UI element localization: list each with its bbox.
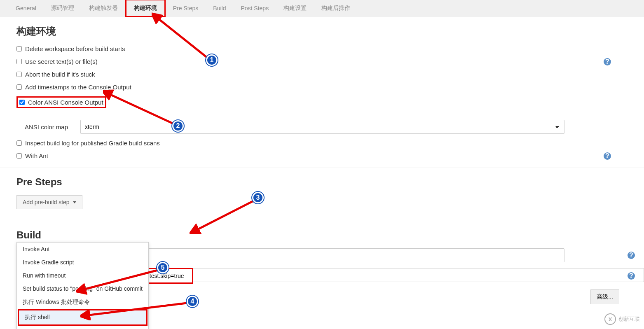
advanced-button[interactable]: 高级... [590, 289, 619, 304]
tab-build-env[interactable]: 构建环境 [125, 0, 166, 17]
menu-run-timeout[interactable]: Run with timeout [17, 269, 148, 282]
input-root-pom[interactable] [80, 248, 564, 262]
help-icon[interactable]: ? [604, 58, 611, 65]
tab-post-build-actions[interactable]: 构建后操作 [314, 0, 358, 16]
tab-build-settings[interactable]: 构建设置 [276, 0, 314, 16]
checkbox-secret-texts[interactable] [16, 59, 22, 64]
annotation-badge-1: 1 [206, 54, 218, 66]
label-secret-texts: Use secret text(s) or file(s) [25, 58, 98, 65]
checkbox-color-ansi[interactable] [19, 100, 25, 105]
config-tabs: General 源码管理 构建触发器 构建环境 Pre Steps Build … [0, 0, 644, 16]
label-abort-stuck: Abort the build if it's stuck [25, 71, 95, 78]
tab-build[interactable]: Build [206, 1, 233, 16]
menu-execute-shell[interactable]: 执行 shell [18, 309, 148, 326]
checkbox-abort-stuck[interactable] [16, 72, 22, 77]
label-with-ant: With Ant [25, 152, 48, 159]
menu-github-pending[interactable]: Set build status to "pending" on GitHub … [17, 282, 148, 295]
checkbox-with-ant[interactable] [16, 153, 22, 159]
option-delete-workspace: Delete workspace before build starts [16, 45, 628, 52]
menu-windows-batch[interactable]: 执行 Windows 批处理命令 [17, 295, 148, 309]
option-color-ansi: Color ANSI Console Output [16, 96, 106, 108]
label-add-timestamps: Add timestamps to the Console Output [25, 84, 131, 91]
menu-invoke-gradle[interactable]: Invoke Gradle script [17, 256, 148, 269]
option-inspect-gradle: Inspect build log for published Gradle b… [16, 140, 628, 147]
checkbox-add-timestamps[interactable] [16, 84, 22, 90]
annotation-badge-2: 2 [172, 120, 184, 132]
help-icon[interactable]: ? [628, 272, 635, 280]
tab-post-steps[interactable]: Post Steps [233, 1, 276, 16]
tab-triggers[interactable]: 构建触发器 [82, 0, 125, 16]
label-delete-workspace: Delete workspace before build starts [25, 45, 125, 52]
menu-invoke-ant[interactable]: Invoke Ant [17, 243, 148, 256]
build-step-dropdown-menu: Invoke Ant Invoke Gradle script Run with… [16, 242, 149, 329]
checkbox-inspect-gradle[interactable] [16, 140, 22, 146]
add-pre-build-step-button[interactable]: Add pre-build step [16, 195, 82, 209]
help-icon[interactable]: ? [604, 152, 611, 160]
help-icon[interactable]: ? [628, 252, 635, 259]
field-ansi-color-map: ANSI color map xterm [16, 120, 628, 134]
select-ansi-color-map[interactable]: xterm [80, 120, 564, 134]
label-ansi-color-map: ANSI color map [16, 124, 80, 131]
tab-general[interactable]: General [8, 1, 44, 16]
section-title-build: Build [16, 229, 628, 241]
label-inspect-gradle: Inspect build log for published Gradle b… [25, 140, 160, 147]
label-color-ansi: Color ANSI Console Output [28, 99, 103, 106]
watermark-icon: X [604, 313, 616, 325]
add-pre-build-step-label: Add pre-build step [23, 199, 70, 205]
option-with-ant: With Ant ? [16, 152, 628, 159]
tab-scm[interactable]: 源码管理 [44, 0, 82, 16]
annotation-badge-3: 3 [252, 192, 264, 203]
watermark-text: 创新互联 [618, 315, 640, 323]
option-add-timestamps: Add timestamps to the Console Output [16, 84, 628, 91]
watermark: X 创新互联 [604, 313, 640, 325]
caret-down-icon [73, 201, 76, 203]
menu-maven-toplevel[interactable]: 调用顶层 Maven 目标 [17, 326, 148, 329]
option-secret-texts: Use secret text(s) or file(s) ? [16, 58, 628, 65]
tab-pre-steps[interactable]: Pre Steps [166, 1, 206, 16]
annotation-badge-4: 4 [187, 296, 198, 307]
option-abort-stuck: Abort the build if it's stuck [16, 71, 628, 78]
section-title-build-env: 构建环境 [16, 25, 628, 38]
section-title-pre-steps: Pre Steps [16, 176, 628, 188]
annotation-badge-5: 5 [157, 262, 169, 273]
checkbox-delete-workspace[interactable] [16, 46, 22, 51]
